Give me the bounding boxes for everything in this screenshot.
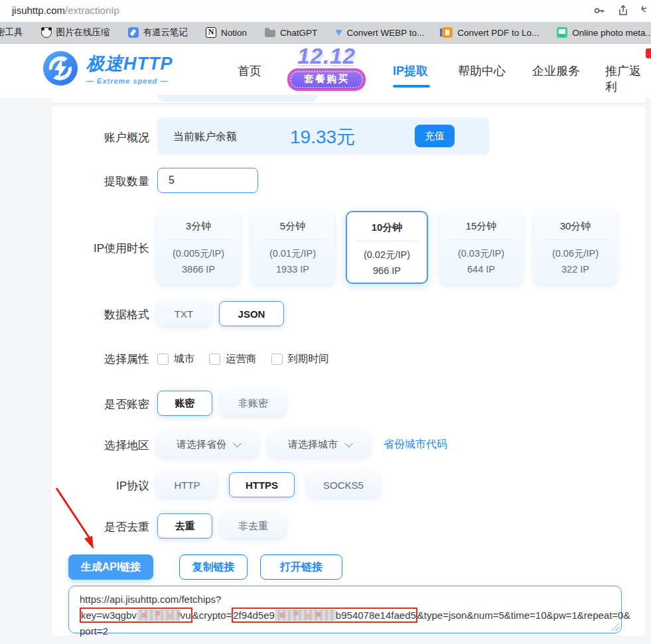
folder-icon [265,30,275,37]
quantity-label: 提取数量 [53,174,149,189]
bookmark-item[interactable]: 有道云笔记 [128,27,188,38]
duration-title: 3分钟 [157,220,240,233]
province-city-code-link[interactable]: 省份城市代码 [384,438,447,452]
notion-icon: N [206,27,216,38]
url-host: jisuhttp.com [12,5,65,16]
duration-price: (0.01元/IP) [252,247,334,260]
nav-ip-extract[interactable]: IP提取 [393,63,428,79]
youdao-icon [128,27,139,38]
page: jisuhttp.com/extractionIp 密工具 图片在线压缩 有道云… [0,0,651,644]
protocol-label: IP协议 [53,478,149,493]
bookmark-label: Convert PDF to Lo... [457,28,539,38]
pdf-icon [442,27,453,38]
bookmark-item[interactable]: ChatGPT [265,28,317,38]
promo-label: 套餐购买 [304,73,349,84]
chevron-down-icon [344,439,353,448]
url-bar[interactable]: jisuhttp.com/extractionIp [12,5,119,16]
hot-badge-clipped [646,48,651,58]
auth-label: 是否账密 [53,397,149,412]
duration-count: 1933 IP [252,264,334,275]
bookmark-label: 图片在线压缩 [56,27,110,38]
recharge-button[interactable]: 充值 [415,125,455,147]
province-select[interactable]: 请选择省份 [157,432,258,457]
checkbox-icon [271,354,283,365]
duration-label: IP使用时长 [53,241,149,256]
panda-icon [41,27,52,38]
bookmark-label: Notion [221,28,247,38]
format-label: 数据格式 [53,307,149,322]
promo-date: 12.12 [287,45,366,68]
duration-option-30min[interactable]: 30分钟 (0.06元/IP) 322 IP [534,211,616,284]
checkbox-icon [157,354,169,365]
duration-price: (0.02元/IP) [347,249,427,261]
city-select[interactable]: 请选择城市 [269,432,370,457]
quantity-input[interactable] [157,168,258,193]
brand-logo[interactable]: 极速HTTP — Extreme speed — [42,50,173,86]
duration-option-10min-selected[interactable]: 10分钟 (0.02元/IP) 966 IP [346,211,428,284]
nav-enterprise[interactable]: 企业服务 [532,63,580,79]
nav-referral[interactable]: 推广返利 [605,63,651,95]
format-option-txt[interactable]: TXT [157,301,210,326]
heart-icon: ♥ [335,27,342,38]
checkbox-expiry[interactable]: 到期时间 [271,352,329,366]
protocol-option-http[interactable]: HTTP [157,472,217,497]
redaction-highlight-crypto: 2f94d5e9b954078e14faed5 [232,610,417,621]
brand-tagline: — Extreme speed — [86,77,173,85]
balance-value: 19.33元 [290,125,355,150]
copy-link-button[interactable]: 复制链接 [179,554,248,580]
generate-api-link-button[interactable]: 生成API链接 [68,554,153,580]
dedup-option-yes-selected[interactable]: 去重 [157,513,212,539]
share-icon[interactable] [616,4,630,20]
api-url-line3: port=2 [80,623,611,639]
protocol-option-socks5[interactable]: SOCKS5 [307,472,380,497]
format-option-json-selected[interactable]: JSON [219,301,284,326]
account-overview-label: 账户概况 [53,130,149,145]
checkbox-isp[interactable]: 运营商 [209,352,257,366]
city-placeholder: 请选择城市 [288,438,338,451]
promo-pill: 套餐购买 [287,68,366,91]
chevron-down-icon [233,439,242,448]
checkbox-icon [209,354,220,365]
api-url-textarea[interactable]: https://api.jisuhttp.com/fetchips? key=w… [68,586,622,633]
duration-count: 644 IP [440,264,522,275]
nav-home[interactable]: 首页 [238,63,261,79]
textarea-resize-handle[interactable] [611,623,619,631]
attrs-label: 选择属性 [53,352,149,367]
clipped-scrolled-element [157,95,318,101]
duration-option-3min[interactable]: 3分钟 (0.005元/IP) 3866 IP [157,211,240,284]
balance-box: 当前账户余额 19.33元 充值 [157,117,489,155]
bookmark-item[interactable]: Convert PDF to Lo... [442,27,539,38]
open-link-button[interactable]: 打开链接 [260,554,342,580]
checkbox-label: 到期时间 [288,352,329,366]
header-shadow [52,103,645,108]
url-path: /extractionIp [65,5,119,16]
bookmark-item[interactable]: 密工具 [0,27,23,38]
password-key-icon[interactable] [593,4,606,20]
bookmark-item[interactable]: NNotion [206,27,247,38]
brand-name: 极速HTTP [86,52,173,76]
nav-help-center[interactable]: 帮助中心 [458,63,506,79]
bookmark-label: 密工具 [0,27,23,38]
bookmark-item[interactable]: 图片在线压缩 [41,27,110,38]
bookmark-label: ChatGPT [280,28,317,38]
checkbox-label: 城市 [174,352,194,366]
duration-option-5min[interactable]: 5分钟 (0.01元/IP) 1933 IP [252,211,334,284]
redaction-highlight-key: key=w3qgbvvu [80,610,192,621]
dedup-label: 是否去重 [53,519,149,535]
duration-price: (0.03元/IP) [440,247,522,260]
api-url-line2: key=w3qgbvvu&crypto=2f94d5e9b954078e14fa… [80,608,611,623]
promo-banner[interactable]: 12.12 套餐购买 [287,45,366,91]
clipped-toolbar-icon[interactable] [640,4,647,20]
bookmark-item[interactable]: Online photo meta... [557,27,651,38]
bookmark-item[interactable]: ♥Convert WEBP to... [335,27,424,38]
duration-title: 30分钟 [534,220,616,233]
duration-option-15min[interactable]: 15分钟 (0.03元/IP) 644 IP [440,211,522,284]
checkbox-city[interactable]: 城市 [157,352,194,366]
auth-option-credentials-selected[interactable]: 账密 [157,391,212,416]
protocol-option-https-selected[interactable]: HTTPS [229,472,295,497]
balance-label: 当前账户余额 [173,130,237,144]
dedup-option-no[interactable]: 非去重 [221,513,285,539]
auth-option-no-credentials[interactable]: 非账密 [221,391,285,416]
duration-count: 3866 IP [157,264,240,275]
duration-title: 10分钟 [347,222,427,234]
